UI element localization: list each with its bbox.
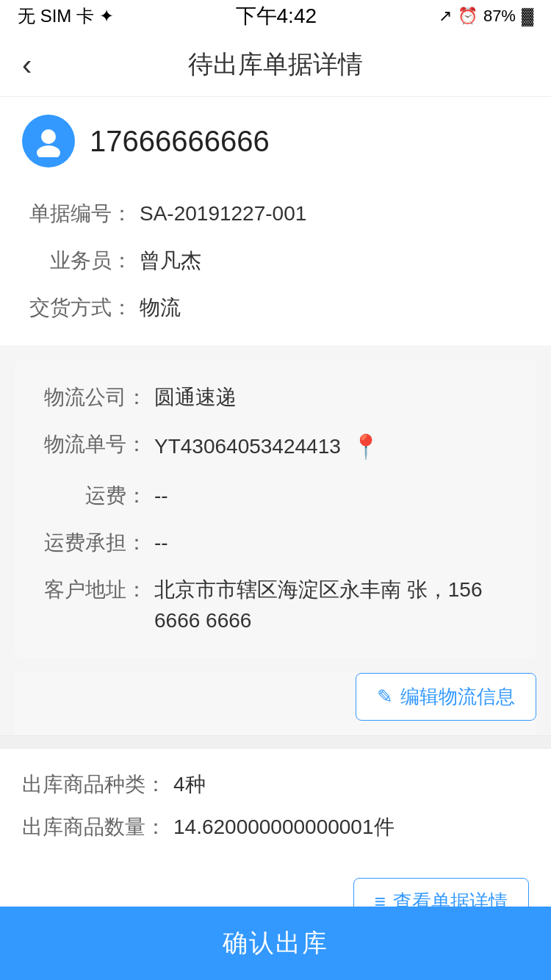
dashed-divider (0, 167, 551, 176)
page-title: 待出库单据详情 (188, 48, 363, 82)
doc-number-value: SA-20191227-001 (140, 198, 529, 229)
status-right: ↗ ⏰ 87% ▓ (439, 7, 533, 26)
tracking-number-text: YT43064053424413 (154, 431, 341, 462)
delivery-value: 物流 (140, 292, 529, 323)
user-phone: 17666666666 (90, 125, 270, 158)
document-info-section: 单据编号： SA-20191227-001 业务员： 曾凡杰 交货方式： 物流 (0, 176, 551, 345)
svg-point-0 (41, 129, 56, 144)
staff-value: 曾凡杰 (140, 245, 529, 276)
address-value: 北京市市辖区海淀区永丰南 张，156 6666 6666 (154, 574, 514, 636)
goods-qty-row: 出库商品数量： 14.620000000000001件 (22, 813, 529, 841)
tracking-location-icon[interactable]: 📍 (351, 429, 381, 464)
status-left: 无 SIM 卡 ✦ (18, 4, 114, 28)
back-button[interactable]: ‹ (22, 50, 32, 79)
status-time: 下午4:42 (236, 2, 317, 30)
freight-bear-label: 运费承担： (37, 527, 154, 558)
goods-type-row: 出库商品种类： 4种 (22, 771, 529, 799)
edit-icon: ✎ (377, 685, 393, 708)
logistics-tracking-row: 物流单号： YT43064053424413 📍 (37, 429, 514, 464)
logistics-company-row: 物流公司： 圆通速递 (37, 382, 514, 413)
section-divider (0, 735, 551, 749)
goods-qty-value: 14.620000000000001件 (173, 813, 395, 841)
delivery-label: 交货方式： (22, 292, 140, 323)
avatar (22, 115, 75, 167)
staff-label: 业务员： (22, 245, 140, 276)
svg-point-1 (37, 145, 60, 157)
staff-row: 业务员： 曾凡杰 (22, 245, 529, 276)
status-bar: 无 SIM 卡 ✦ 下午4:42 ↗ ⏰ 87% ▓ (0, 0, 551, 32)
goods-qty-label: 出库商品数量： (22, 813, 173, 841)
no-sim-text: 无 SIM 卡 ✦ (18, 4, 114, 28)
user-header: 17666666666 (0, 97, 551, 167)
avatar-icon (32, 125, 65, 157)
freight-bear-row: 运费承担： -- (37, 527, 514, 558)
freight-row: 运费： -- (37, 480, 514, 511)
edit-btn-row: ✎ 编辑物流信息 (15, 673, 536, 735)
freight-bear-value: -- (154, 527, 514, 558)
confirm-btn-text: 确认出库 (223, 926, 328, 960)
delivery-row: 交货方式： 物流 (22, 292, 529, 323)
confirm-btn-container[interactable]: 确认出库 (0, 907, 551, 980)
address-row: 客户地址： 北京市市辖区海淀区永丰南 张，156 6666 6666 (37, 574, 514, 636)
logistics-company-label: 物流公司： (37, 382, 154, 413)
alarm-icon: ⏰ (458, 7, 478, 26)
freight-value: -- (154, 480, 514, 511)
logistics-card: 物流公司： 圆通速递 物流单号： YT43064053424413 📍 运费： … (15, 360, 536, 658)
location-status-icon: ↗ (439, 7, 452, 26)
edit-btn-label: 编辑物流信息 (400, 684, 515, 710)
goods-section: 出库商品种类： 4种 出库商品数量： 14.620000000000001件 (0, 749, 551, 871)
logistics-tracking-label: 物流单号： (37, 429, 154, 460)
goods-type-value: 4种 (173, 771, 206, 799)
freight-label: 运费： (37, 480, 154, 511)
logistics-tracking-value: YT43064053424413 📍 (154, 429, 514, 464)
edit-logistics-button[interactable]: ✎ 编辑物流信息 (356, 673, 536, 721)
logistics-company-value: 圆通速递 (154, 382, 514, 413)
doc-number-label: 单据编号： (22, 198, 140, 229)
doc-number-row: 单据编号： SA-20191227-001 (22, 198, 529, 229)
battery-icon: ▓ (522, 7, 533, 26)
goods-type-label: 出库商品种类： (22, 771, 173, 799)
nav-bar: ‹ 待出库单据详情 (0, 32, 551, 97)
battery-text: 87% (483, 7, 516, 26)
address-label: 客户地址： (37, 574, 154, 605)
